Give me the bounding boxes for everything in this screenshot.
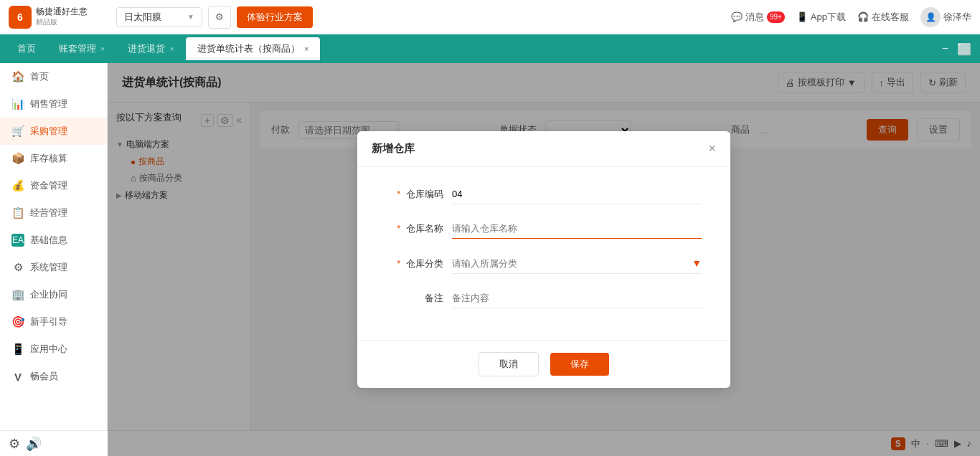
volume-footer-icon[interactable]: 🔊 <box>26 436 42 452</box>
sidebar-item-sales-label: 销售管理 <box>30 98 67 110</box>
form-label-name: * 仓库名称 <box>386 222 443 235</box>
form-label-category: * 仓库分类 <box>386 257 443 270</box>
settings-gear-button[interactable]: ⚙ <box>208 6 231 29</box>
sidebar-item-sales[interactable]: 📊 销售管理 <box>0 90 107 118</box>
sales-icon: 📊 <box>11 98 24 110</box>
purchase-icon: 🛒 <box>11 125 24 138</box>
logo-badge: 精品版 <box>36 17 88 27</box>
tab-purchase-return-close-icon[interactable]: × <box>169 44 174 53</box>
online-service-label: 在线客服 <box>872 11 909 24</box>
logo-icon: 6 <box>9 6 32 29</box>
form-row-name: * 仓库名称 <box>386 219 702 239</box>
store-selector[interactable]: 日太阳膜 ▼ <box>116 7 202 27</box>
logo-text: 畅捷通好生意 <box>36 6 88 18</box>
inventory-icon: 📦 <box>11 152 24 165</box>
modal-header: 新增仓库 × <box>357 131 730 167</box>
modal-close-icon[interactable]: × <box>708 141 716 156</box>
tab-min-icon[interactable]: − <box>939 39 951 58</box>
user-nav-item[interactable]: 👤 徐泽华 <box>920 7 971 27</box>
modal-new-warehouse: 新增仓库 × * 仓库编码 * <box>357 131 730 388</box>
messages-nav-item[interactable]: 💬 消息 99+ <box>731 11 785 24</box>
operations-icon: 📋 <box>11 206 24 219</box>
category-input[interactable] <box>452 258 692 269</box>
sidebar-item-finance[interactable]: 💰 资金管理 <box>0 172 107 199</box>
footer-left-icons: ⚙ 🔊 <box>9 436 42 452</box>
required-star-name: * <box>397 223 400 234</box>
finance-icon: 💰 <box>11 179 24 192</box>
notes-input[interactable] <box>452 288 702 308</box>
store-name: 日太阳膜 <box>124 11 161 24</box>
sidebar-item-enterprise[interactable]: 🏢 企业协同 <box>0 281 107 308</box>
settings-footer-icon[interactable]: ⚙ <box>9 436 20 452</box>
sidebar-item-guide-label: 新手引导 <box>30 315 67 328</box>
sidebar-item-enterprise-label: 企业协同 <box>30 288 67 301</box>
messages-label: 消息 <box>745 11 764 24</box>
avatar: 👤 <box>920 7 941 27</box>
tab-purchase-stats-label: 进货单统计表（按商品） <box>197 42 300 55</box>
sidebar-item-purchase-label: 采购管理 <box>30 125 67 138</box>
try-industry-button[interactable]: 体验行业方案 <box>237 6 313 28</box>
logo-area: 6 畅捷通好生意 精品版 <box>9 6 116 29</box>
modal-overlay[interactable]: 新增仓库 × * 仓库编码 * <box>108 63 980 456</box>
tab-max-icon[interactable]: ⬜ <box>954 39 974 59</box>
message-icon: 💬 <box>731 11 743 22</box>
save-button[interactable]: 保存 <box>550 353 609 376</box>
main-layout: 🏠 首页 📊 销售管理 🛒 采购管理 📦 库存核算 💰 资金管理 📋 经营管理 … <box>0 63 980 456</box>
warehouse-name-input[interactable] <box>452 219 702 239</box>
gear-icon: ⚙ <box>215 11 224 22</box>
form-row-notes: 备注 <box>386 288 702 308</box>
tab-home-label: 首页 <box>17 42 36 55</box>
online-service-nav-item[interactable]: 🎧 在线客服 <box>857 11 909 24</box>
sidebar-item-operations[interactable]: 📋 经营管理 <box>0 199 107 227</box>
tab-purchase-return-label: 进货退货 <box>128 42 165 55</box>
sidebar-item-system-label: 系统管理 <box>30 261 67 274</box>
apps-icon: 📱 <box>11 343 24 356</box>
sidebar-item-home-label: 首页 <box>30 70 49 83</box>
logo-text-area: 畅捷通好生意 精品版 <box>36 6 88 28</box>
tab-bar: 首页 账套管理 × 进货退货 × 进货单统计表（按商品） × − ⬜ <box>0 34 980 63</box>
warehouse-category-select[interactable]: ▼ <box>452 253 702 274</box>
sidebar-item-vip[interactable]: V 畅会员 <box>0 363 107 390</box>
form-label-notes: 备注 <box>386 292 443 305</box>
sidebar-item-basic-info[interactable]: EA 基础信息 <box>0 227 107 254</box>
cancel-button[interactable]: 取消 <box>479 352 539 376</box>
tab-home[interactable]: 首页 <box>6 37 47 60</box>
required-star-code: * <box>397 189 400 199</box>
store-arrow-icon: ▼ <box>187 13 194 21</box>
sidebar-item-home[interactable]: 🏠 首页 <box>0 63 107 90</box>
category-dropdown-icon: ▼ <box>692 257 702 269</box>
sidebar-item-apps-label: 应用中心 <box>30 343 67 356</box>
sidebar: 🏠 首页 📊 销售管理 🛒 采购管理 📦 库存核算 💰 资金管理 📋 经营管理 … <box>0 63 108 456</box>
form-row-category: * 仓库分类 ▼ <box>386 253 702 274</box>
content-area: 进货单统计(按商品) 🖨 按模板打印 ▼ ↑ 导出 ↻ 刷新 <box>108 63 980 456</box>
tab-account-close-icon[interactable]: × <box>100 44 105 53</box>
app-download-nav-item[interactable]: 📱 App下载 <box>796 11 846 24</box>
sidebar-item-inventory-label: 库存核算 <box>30 152 67 165</box>
tab-purchase-stats-close-icon[interactable]: × <box>304 44 308 53</box>
tab-account-label: 账套管理 <box>59 42 96 55</box>
sidebar-item-guide[interactable]: 🎯 新手引导 <box>0 308 107 336</box>
guide-icon: 🎯 <box>11 315 24 328</box>
user-name: 徐泽华 <box>943 11 971 24</box>
tab-purchase-return[interactable]: 进货退货 × <box>116 37 185 60</box>
form-label-code: * 仓库编码 <box>386 188 443 201</box>
sidebar-item-inventory[interactable]: 📦 库存核算 <box>0 145 107 172</box>
modal-footer: 取消 保存 <box>357 340 730 388</box>
messages-badge: 99+ <box>767 11 785 23</box>
required-star-category: * <box>397 258 400 269</box>
sidebar-item-system[interactable]: ⚙ 系统管理 <box>0 254 107 281</box>
phone-icon: 📱 <box>796 11 808 22</box>
warehouse-code-input[interactable] <box>452 184 702 204</box>
app-download-label: App下载 <box>811 11 846 24</box>
tab-controls: − ⬜ <box>939 39 974 59</box>
headset-icon: 🎧 <box>857 11 869 22</box>
home-icon: 🏠 <box>11 70 24 83</box>
tab-purchase-stats[interactable]: 进货单统计表（按商品） × <box>186 37 320 60</box>
modal-body: * 仓库编码 * 仓库名称 <box>357 167 730 340</box>
sidebar-item-apps[interactable]: 📱 应用中心 <box>0 336 107 363</box>
vip-icon: V <box>11 370 24 383</box>
tab-account[interactable]: 账套管理 × <box>47 37 116 60</box>
basic-info-icon: EA <box>11 234 24 247</box>
top-nav: 6 畅捷通好生意 精品版 日太阳膜 ▼ ⚙ 体验行业方案 💬 消息 99+ 📱 … <box>0 0 980 34</box>
sidebar-item-purchase[interactable]: 🛒 采购管理 <box>0 118 107 145</box>
